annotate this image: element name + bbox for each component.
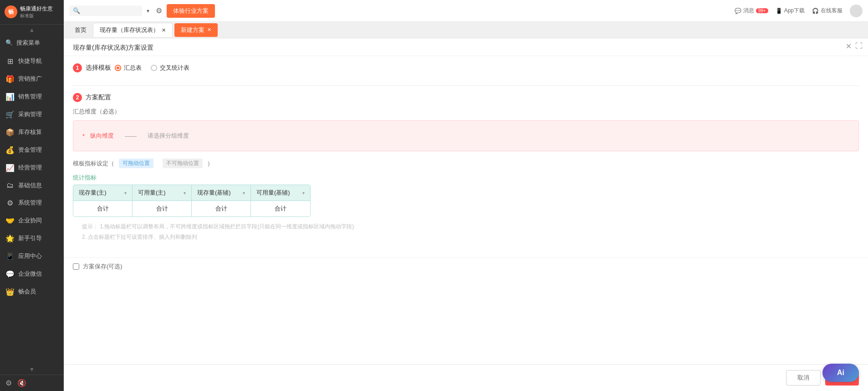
indicator-settings: 模板指标设定（ 可拖动位置 不可拖动位置 ） xyxy=(73,159,859,168)
sidebar-item-label: 销售管理 xyxy=(18,93,42,101)
topbar-gear-icon[interactable]: ⚙ xyxy=(156,6,162,15)
sidebar-item-marketing[interactable]: 🎁 营销推广 xyxy=(0,70,64,88)
sidebar-item-label: 库存核算 xyxy=(18,128,42,136)
topbar-dropdown-btn[interactable]: ▾ xyxy=(147,8,149,14)
tab-new-plan[interactable]: 新建方案 ✕ xyxy=(174,23,218,37)
sidebar-item-finance[interactable]: 💰 资金管理 xyxy=(0,141,64,159)
sidebar-item-label: 快捷导航 xyxy=(18,57,42,65)
sidebar-item-app-center[interactable]: 📱 应用中心 xyxy=(0,247,64,265)
topbar-service[interactable]: 🎧 在线客服 xyxy=(812,7,842,15)
stats-col-1[interactable]: 可用量(主) ▾ xyxy=(133,185,192,201)
sidebar-item-label: 系统管理 xyxy=(18,199,42,207)
settings-bottom-icon[interactable]: ⚙ xyxy=(5,379,12,387)
window-close-btn[interactable]: ✕ xyxy=(846,42,852,51)
step1-label: 1 选择模板 汇总表 交叉统计表 xyxy=(73,63,859,72)
sidebar-item-label: 畅会员 xyxy=(18,288,36,296)
sidebar-item-basic-info[interactable]: 🗂 基础信息 xyxy=(0,177,64,194)
tips-section: 提示： 1.拖动标题栏可以调整布局，不可跨维度或指标区域拖拦拦目字段(只能在同一… xyxy=(73,218,859,250)
stats-col-label-3: 可用量(基辅) xyxy=(256,189,290,197)
sidebar-item-coop[interactable]: 🤝 企业协同 xyxy=(0,212,64,230)
service-label: 在线客服 xyxy=(821,7,842,15)
system-icon: ⚙ xyxy=(5,199,15,207)
sidebar-bottom: ⚙ 🔇 xyxy=(0,375,64,391)
newbie-icon: 🌟 xyxy=(5,234,15,243)
topbar-search-box[interactable]: 🔍 xyxy=(69,5,142,16)
sound-bottom-icon[interactable]: 🔇 xyxy=(17,379,26,387)
radio-summary-label: 汇总表 xyxy=(124,64,142,72)
sidebar-item-system[interactable]: ⚙ 系统管理 xyxy=(0,194,64,212)
sidebar-item-wechat[interactable]: 💬 企业微信 xyxy=(0,265,64,283)
operation-icon: 📈 xyxy=(5,164,15,172)
tab-inventory-close[interactable]: ✕ xyxy=(162,27,166,33)
sidebar-search-label: 搜索菜单 xyxy=(16,39,40,47)
service-icon: 🎧 xyxy=(812,8,819,14)
finance-icon: 💰 xyxy=(5,146,15,154)
topbar-search-input[interactable] xyxy=(83,8,119,14)
required-star: * xyxy=(82,133,85,139)
save-checkbox[interactable] xyxy=(73,263,79,270)
sidebar-item-label: 应用中心 xyxy=(18,252,42,260)
dimension-label: 纵向维度 xyxy=(90,132,114,140)
indicator-settings-label: 模板指标设定（ 可拖动位置 不可拖动位置 ） xyxy=(73,159,859,168)
tag-draggable: 可拖动位置 xyxy=(119,159,153,168)
topbar-right: 💬 消息 99+ 📱 App下载 🎧 在线客服 xyxy=(735,5,863,17)
marketing-icon: 🎁 xyxy=(5,75,15,83)
tab-home-label: 首页 xyxy=(75,26,87,34)
radio-summary[interactable]: 汇总表 xyxy=(115,64,142,72)
tip-item-0: 1.拖动标题栏可以调整布局，不可跨维度或指标区域拖拦拦目字段(只能在同一维度或指… xyxy=(100,223,354,230)
topbar-avatar[interactable] xyxy=(850,5,863,17)
trial-btn[interactable]: 体验行业方案 xyxy=(167,4,215,18)
cancel-button[interactable]: 取消 xyxy=(786,370,821,386)
dimension-placeholder[interactable]: 请选择分组维度 xyxy=(148,132,189,140)
tab-home[interactable]: 首页 xyxy=(68,23,93,37)
tag-fixed: 不可拖动位置 xyxy=(163,159,203,168)
member-icon: 👑 xyxy=(5,288,15,296)
content-area: ✕ ⛶ 现存量(库存状况表)方案设置 1 选择模板 汇总表 xyxy=(64,38,868,364)
sidebar-scroll-up[interactable]: ▲ xyxy=(0,25,64,35)
stats-table-header: 现存量(主) ▾ 可用量(主) ▾ 现存量(基辅) ▾ 可用量(基辅) ▾ xyxy=(73,185,310,201)
inventory-icon: 📦 xyxy=(5,128,15,137)
warning-box-inner: * 纵向维度 —— 请选择分组维度 xyxy=(82,132,849,140)
sidebar-item-label: 企业协同 xyxy=(18,216,42,225)
col-chevron-2[interactable]: ▾ xyxy=(243,190,245,196)
sidebar-item-newbie[interactable]: 🌟 新手引导 xyxy=(0,230,64,247)
panel-header: 现存量(库存状况表)方案设置 xyxy=(64,38,868,56)
sidebar-item-purchase[interactable]: 🛒 采购管理 xyxy=(0,106,64,123)
col-chevron-0[interactable]: ▾ xyxy=(124,190,127,196)
sidebar-item-quick-nav[interactable]: ⊞ 快捷导航 xyxy=(0,52,64,70)
window-expand-btn[interactable]: ⛶ xyxy=(855,42,863,51)
footer: 取消 查询 xyxy=(64,364,868,391)
topbar-msg[interactable]: 💬 消息 99+ xyxy=(735,7,768,15)
radio-cross[interactable]: 交叉统计表 xyxy=(151,64,189,72)
sidebar-item-sales[interactable]: 📊 销售管理 xyxy=(0,88,64,106)
sidebar-item-label: 营销推广 xyxy=(18,75,42,83)
step2-num: 2 xyxy=(73,93,82,102)
col-chevron-1[interactable]: ▾ xyxy=(184,190,186,196)
ai-fab-button[interactable]: Ai xyxy=(822,364,859,382)
sidebar-nav: ⊞ 快捷导航 🎁 营销推广 📊 销售管理 🛒 采购管理 📦 库存核算 💰 资金管… xyxy=(0,51,64,364)
sidebar-search-item[interactable]: 🔍 搜索菜单 xyxy=(0,35,64,51)
ai-fab-label: Ai xyxy=(837,369,844,377)
stats-col-2[interactable]: 现存量(基辅) ▾ xyxy=(192,185,251,201)
stats-col-0[interactable]: 现存量(主) ▾ xyxy=(73,185,133,201)
col-chevron-3[interactable]: ▾ xyxy=(302,190,305,196)
panel-title: 现存量(库存状况表)方案设置 xyxy=(73,44,153,51)
stats-col-3[interactable]: 可用量(基辅) ▾ xyxy=(251,185,310,201)
sidebar-item-member[interactable]: 👑 畅会员 xyxy=(0,283,64,301)
msg-icon: 💬 xyxy=(735,8,741,14)
summary-dimension-label: 汇总维度（必选） xyxy=(73,108,859,116)
sidebar-logo: 畅 畅康通好生意 标准版 xyxy=(0,0,64,25)
sales-icon: 📊 xyxy=(5,93,15,101)
sidebar-item-inventory[interactable]: 📦 库存核算 xyxy=(0,123,64,141)
tabbar: 首页 现存量（库存状况表） ✕ 新建方案 ✕ xyxy=(64,22,868,38)
sidebar-scroll-down[interactable]: ▼ xyxy=(0,364,64,375)
topbar-app-download[interactable]: 📱 App下载 xyxy=(776,7,805,15)
tab-inventory[interactable]: 现存量（库存状况表） ✕ xyxy=(93,23,173,37)
step2-label: 2 方案配置 xyxy=(73,93,859,102)
dimension-dash: —— xyxy=(125,133,137,139)
tab-new-plan-close[interactable]: ✕ xyxy=(207,27,211,33)
sidebar-item-operation[interactable]: 📈 经营管理 xyxy=(0,159,64,177)
app-icon: 📱 xyxy=(776,8,782,14)
logo-text: 畅康通好生意 标准版 xyxy=(20,5,53,19)
app-center-icon: 📱 xyxy=(5,252,15,261)
